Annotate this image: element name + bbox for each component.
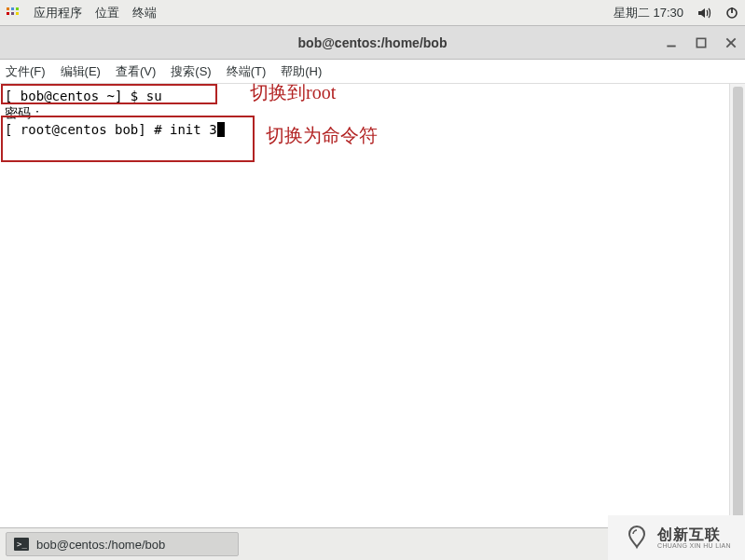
cursor-block-icon <box>217 122 225 137</box>
svg-rect-1 <box>11 7 14 10</box>
terminal-line: [ bob@centos ~] $ su <box>5 88 162 104</box>
scrollbar-thumb[interactable] <box>733 87 743 525</box>
menu-bar: 文件(F) 编辑(E) 查看(V) 搜索(S) 终端(T) 帮助(H) <box>0 60 745 84</box>
svg-rect-9 <box>697 38 705 47</box>
taskbar-item-label: bob@centos:/home/bob <box>36 538 165 552</box>
terminal-icon: >_ <box>14 537 29 552</box>
menu-places[interactable]: 位置 <box>95 5 119 21</box>
terminal-area: [ bob@centos ~] $ su 密码： [ root@centos b… <box>0 84 745 527</box>
taskbar-item-terminal[interactable]: >_ bob@centos:/home/bob <box>6 532 239 556</box>
annotation-text: 切换为命令符 <box>266 127 378 143</box>
top-panel: 应用程序 位置 终端 星期二 17:30 <box>0 0 745 26</box>
watermark-text: 创新互联 CHUANG XIN HU LIAN <box>657 527 731 549</box>
watermark-en: CHUANG XIN HU LIAN <box>657 542 731 549</box>
svg-rect-3 <box>7 12 9 15</box>
watermark-cn: 创新互联 <box>657 527 731 542</box>
menu-file[interactable]: 文件(F) <box>4 61 48 82</box>
maximize-button[interactable] <box>695 36 708 49</box>
top-panel-right: 星期二 17:30 <box>614 5 739 21</box>
menu-terminal[interactable]: 终端(T) <box>225 61 269 82</box>
clock[interactable]: 星期二 17:30 <box>614 5 683 21</box>
power-icon[interactable] <box>724 6 739 20</box>
watermark: 创新互联 CHUANG XIN HU LIAN <box>608 515 745 560</box>
top-panel-left: 应用程序 位置 终端 <box>6 5 157 21</box>
volume-icon[interactable] <box>697 6 711 20</box>
menu-edit[interactable]: 编辑(E) <box>59 61 103 82</box>
annotation-text: 切换到root <box>250 84 336 101</box>
svg-rect-4 <box>11 12 14 15</box>
window-controls <box>665 36 738 49</box>
activities-icon[interactable] <box>6 6 21 20</box>
svg-text:>_: >_ <box>17 540 27 549</box>
window-titlebar: bob@centos:/home/bob <box>0 26 745 60</box>
svg-rect-2 <box>16 7 19 10</box>
terminal-line: [ root@centos bob] # init 3 <box>5 121 225 138</box>
menu-view[interactable]: 查看(V) <box>114 61 158 82</box>
watermark-logo-icon <box>622 523 652 553</box>
scrollbar[interactable] <box>729 84 745 527</box>
terminal-line: 密码： <box>5 104 44 121</box>
menu-help[interactable]: 帮助(H) <box>279 61 324 82</box>
svg-rect-0 <box>7 7 9 10</box>
minimize-button[interactable] <box>665 36 678 49</box>
menu-search[interactable]: 搜索(S) <box>169 61 213 82</box>
menu-applications[interactable]: 应用程序 <box>34 5 82 21</box>
window-title: bob@centos:/home/bob <box>298 35 448 50</box>
close-button[interactable] <box>724 36 738 49</box>
terminal-content[interactable]: [ bob@centos ~] $ su 密码： [ root@centos b… <box>0 84 729 527</box>
menu-terminal-launcher[interactable]: 终端 <box>132 5 157 21</box>
svg-rect-5 <box>16 12 19 15</box>
